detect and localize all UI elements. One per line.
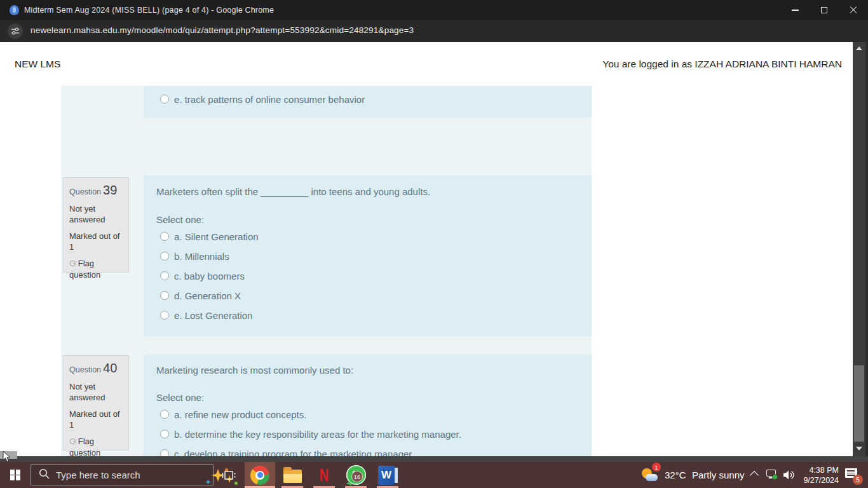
options-list: a. Silent Generation b. Millennials c. b… bbox=[156, 231, 579, 322]
answer-option[interactable]: d. Generation X bbox=[156, 290, 579, 302]
show-hidden-icons-chevron[interactable] bbox=[750, 471, 759, 480]
question-39-info-box: Question39 Not yet answered Marked out o… bbox=[63, 177, 129, 273]
vertical-scrollbar[interactable] bbox=[853, 42, 865, 456]
scrollbar-thumb[interactable] bbox=[854, 365, 864, 442]
scroll-down-icon bbox=[856, 447, 862, 451]
weather-temperature[interactable]: 32°C bbox=[665, 470, 686, 480]
network-status-icon[interactable] bbox=[766, 469, 779, 480]
answer-option[interactable]: a. Silent Generation bbox=[156, 231, 579, 243]
question-39-content: Marketers often split the _________ into… bbox=[144, 175, 592, 336]
task-view-button[interactable] bbox=[216, 462, 241, 488]
flag-icon: ⚆ bbox=[69, 437, 76, 446]
radio-button[interactable] bbox=[160, 291, 169, 300]
maximize-icon bbox=[821, 7, 827, 13]
file-explorer-icon bbox=[283, 470, 302, 483]
flag-icon: ⚆ bbox=[69, 259, 76, 268]
screen: Midterm Sem Aug 2024 (MISS BELL) (page 4… bbox=[0, 0, 868, 488]
taskbar: Type here to search N 16 W bbox=[0, 462, 868, 488]
windows-logo-icon bbox=[10, 470, 21, 480]
select-one-label: Select one: bbox=[156, 392, 579, 403]
scroll-down-button[interactable] bbox=[853, 444, 865, 454]
answer-option[interactable]: e. Lost Generation bbox=[156, 309, 579, 322]
taskbar-word-button[interactable]: W bbox=[372, 462, 403, 488]
speaker-icon[interactable] bbox=[783, 470, 795, 483]
question-text: Marketing research is most commonly used… bbox=[156, 364, 579, 376]
page-url[interactable]: newelearn.mahsa.edu.my/moodle/mod/quiz/a… bbox=[31, 25, 414, 35]
taskbar-search-box[interactable]: Type here to search bbox=[31, 464, 214, 485]
browser-viewport: NEW LMS You are logged in as IZZAH ADRIA… bbox=[0, 42, 853, 456]
flag-question-link[interactable]: ⚆Flag question bbox=[69, 436, 123, 458]
option-label[interactable]: a. refine new product concepts. bbox=[169, 409, 306, 421]
option-label[interactable]: e. Lost Generation bbox=[169, 309, 252, 322]
radio-button[interactable] bbox=[160, 252, 169, 261]
radio-button[interactable] bbox=[160, 311, 169, 320]
option-label[interactable]: b. Millennials bbox=[169, 250, 229, 262]
window-bottom-strip bbox=[0, 456, 868, 462]
login-status: You are logged in as IZZAH ADRIANA BINTI… bbox=[602, 58, 842, 70]
answer-option[interactable]: a. refine new product concepts. bbox=[156, 409, 579, 421]
flag-question-link[interactable]: ⚆Flag question bbox=[69, 258, 123, 280]
close-icon bbox=[850, 6, 857, 14]
radio-button[interactable] bbox=[160, 410, 169, 419]
taskbar-netflix-button[interactable]: N bbox=[309, 462, 339, 488]
cloud-icon bbox=[646, 474, 658, 481]
question-number: 39 bbox=[103, 183, 117, 197]
minimize-button[interactable] bbox=[780, 0, 810, 20]
question-marks: Marked out of 1 bbox=[69, 231, 123, 252]
option-label[interactable]: e. track patterns of online consumer beh… bbox=[169, 93, 365, 105]
taskbar-file-explorer-button[interactable] bbox=[277, 462, 308, 488]
maximize-button[interactable] bbox=[810, 0, 839, 20]
taskbar-clock[interactable]: 4:38 PM 9/27/2024 bbox=[798, 464, 840, 485]
minimize-icon bbox=[792, 10, 799, 10]
question-label: Question bbox=[69, 365, 101, 374]
option-label[interactable]: b. determine the key responsibility area… bbox=[169, 428, 461, 440]
brand-link[interactable]: NEW LMS bbox=[15, 58, 60, 70]
weather-widget[interactable]: 1 bbox=[642, 466, 660, 484]
window-right-edge bbox=[865, 42, 868, 456]
question-number: 40 bbox=[103, 361, 117, 375]
radio-button[interactable] bbox=[160, 232, 169, 241]
start-button[interactable] bbox=[0, 462, 31, 488]
search-placeholder: Type here to search bbox=[56, 470, 140, 480]
question-marks: Marked out of 1 bbox=[69, 409, 123, 430]
option-label[interactable]: d. Generation X bbox=[169, 290, 241, 302]
weather-badge: 1 bbox=[652, 463, 661, 471]
question-40-info-box: Question40 Not yet answered Marked out o… bbox=[63, 355, 129, 451]
answer-option[interactable]: b. Millennials bbox=[156, 250, 579, 263]
option-label[interactable]: c. baby boomers bbox=[169, 270, 245, 282]
chrome-icon bbox=[250, 466, 269, 485]
clock-time: 4:38 PM bbox=[809, 465, 839, 475]
radio-button[interactable] bbox=[160, 95, 169, 104]
question-status: Not yet answered bbox=[69, 381, 123, 403]
page-favicon-icon bbox=[10, 5, 19, 15]
window-titlebar: Midterm Sem Aug 2024 (MISS BELL) (page 4… bbox=[0, 0, 868, 20]
word-icon: W bbox=[377, 466, 398, 485]
quiz-column: e. track patterns of online consumer beh… bbox=[61, 86, 592, 456]
whatsapp-unread-badge: 16 bbox=[351, 471, 363, 482]
notification-count-badge: 5 bbox=[853, 475, 863, 485]
taskbar-chrome-button[interactable] bbox=[245, 462, 275, 488]
netflix-icon: N bbox=[320, 465, 329, 485]
search-icon bbox=[39, 468, 50, 482]
question-status: Not yet answered bbox=[69, 203, 123, 225]
option-label[interactable]: a. Silent Generation bbox=[169, 231, 259, 243]
answer-option[interactable]: c. baby boomers bbox=[156, 270, 579, 283]
close-button[interactable] bbox=[839, 0, 868, 20]
answer-option[interactable]: e. track patterns of online consumer beh… bbox=[156, 93, 579, 106]
site-settings-tune-icon[interactable] bbox=[8, 24, 23, 39]
scroll-up-icon bbox=[856, 46, 862, 50]
radio-button[interactable] bbox=[160, 430, 169, 438]
url-bar[interactable]: newelearn.mahsa.edu.my/moodle/mod/quiz/a… bbox=[0, 20, 868, 42]
question-text: Marketers often split the _________ into… bbox=[156, 186, 579, 198]
question-label: Question bbox=[69, 187, 101, 196]
lms-header: NEW LMS You are logged in as IZZAH ADRIA… bbox=[0, 42, 853, 86]
clock-date: 9/27/2024 bbox=[803, 475, 839, 485]
select-one-label: Select one: bbox=[156, 214, 579, 225]
answer-option[interactable]: b. determine the key responsibility area… bbox=[156, 428, 579, 441]
weather-description[interactable]: Partly sunny bbox=[692, 470, 745, 480]
window-title: Midterm Sem Aug 2024 (MISS BELL) (page 4… bbox=[24, 6, 274, 15]
radio-button[interactable] bbox=[160, 271, 169, 280]
question-38-content-partial: e. track patterns of online consumer beh… bbox=[144, 86, 592, 118]
scroll-up-button[interactable] bbox=[853, 43, 865, 53]
task-view-icon bbox=[222, 470, 236, 481]
